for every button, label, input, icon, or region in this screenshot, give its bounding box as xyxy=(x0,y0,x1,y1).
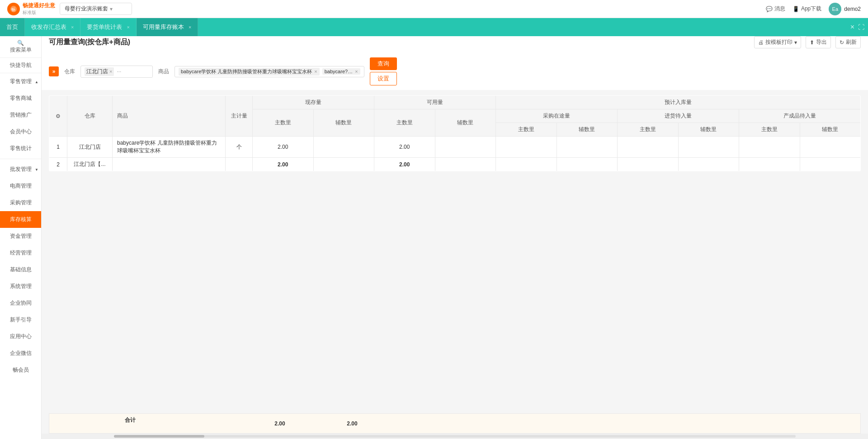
top-bar-left: 畅 畅捷通好生意 标准版 母婴行业演示账套 ▾ xyxy=(7,2,132,16)
sidebar-item-wholesale-mgmt[interactable]: 批发管理 xyxy=(0,161,41,178)
expand-icon[interactable]: ⛶ xyxy=(858,24,864,31)
user-area[interactable]: Ea demo2 xyxy=(829,3,861,15)
scrollbar-thumb[interactable] xyxy=(114,435,204,438)
sidebar-item-member[interactable]: 畅会员 xyxy=(0,362,41,378)
page-actions: 🖨 按模板打印 ▾ ⬆ 导出 ↻ 刷新 xyxy=(754,36,861,48)
sidebar-item-retail-stats[interactable]: 零售统计 xyxy=(0,140,41,157)
table-container: ⚙ 仓库 商品 主计量 现存量 可用量 预计入库量 主数里 辅数里 主数里 辅数… xyxy=(42,90,868,413)
print-template-button[interactable]: 🖨 按模板打印 ▾ xyxy=(754,36,801,48)
close-tab-keyongliang[interactable]: × xyxy=(189,24,191,30)
cell-pp-main-1 xyxy=(739,158,800,171)
horizontal-scrollbar[interactable] xyxy=(42,434,868,439)
cell-no-1: 2 xyxy=(49,158,67,171)
th-warehouse: 仓库 xyxy=(67,96,113,137)
sidebar-item-appstore[interactable]: 应用中心 xyxy=(0,328,41,345)
remove-goods-tag-0[interactable]: × xyxy=(314,69,317,74)
cell-avail-main-1: 2.00 xyxy=(374,158,435,171)
sidebar-item-inventory[interactable]: 库存核算 xyxy=(0,211,41,228)
export-icon: ⬆ xyxy=(810,39,814,46)
sidebar-item-operations[interactable]: 经营管理 xyxy=(0,245,41,261)
cell-unit-0: 个 xyxy=(226,137,253,158)
warehouse-filter-input[interactable]: 江北门店 × ··· xyxy=(80,66,153,78)
remove-goods-tag-1[interactable]: × xyxy=(355,69,358,74)
cell-avail-aux-1 xyxy=(435,158,496,171)
export-button[interactable]: ⬆ 导出 xyxy=(806,36,831,48)
th-goods: 商品 xyxy=(113,96,226,137)
cell-ap-main-1 xyxy=(618,158,679,171)
th-product-pending: 产成品待入量 xyxy=(739,109,861,123)
sidebar-quick-nav[interactable]: 快捷导航 xyxy=(0,58,41,73)
sidebar-item-basics[interactable]: 基础信息 xyxy=(0,261,41,278)
refresh-icon: ↻ xyxy=(840,39,844,46)
message-button[interactable]: 💬 消息 xyxy=(766,5,785,13)
goods-tag-0: babycare学饮杯 儿童防摔防撞吸管杯重力球吸嘴杯宝宝水杯 × xyxy=(179,68,320,76)
cell-warehouse-0: 江北门店 xyxy=(67,137,113,158)
sidebar-item-retail-mall[interactable]: 零售商城 xyxy=(0,90,41,107)
cell-warehouse-1: 江北门店【... xyxy=(67,158,113,171)
th-purchase-aux: 辅数里 xyxy=(557,123,618,137)
cell-pt-aux-0 xyxy=(557,137,618,158)
svg-text:畅: 畅 xyxy=(11,7,15,11)
sidebar-search[interactable]: 🔍 搜索菜单 xyxy=(0,36,41,58)
logo-icon: 畅 xyxy=(7,3,20,15)
cell-avail-main-0: 2.00 xyxy=(374,137,435,158)
warehouse-label: 仓库 xyxy=(64,68,75,76)
cell-pt-main-0 xyxy=(496,137,557,158)
close-all-tabs-button[interactable]: × xyxy=(850,23,854,31)
sidebar-item-marketing[interactable]: 营销推广 xyxy=(0,107,41,123)
query-button[interactable]: 查询 xyxy=(370,57,397,70)
cell-avail-aux-0 xyxy=(435,137,496,158)
page-title-row: 可用量查询(按仓库+商品) 🖨 按模板打印 ▾ ⬆ 导出 ↻ 刷新 xyxy=(49,36,861,48)
tab-home[interactable]: 首页 xyxy=(0,18,25,36)
tab-yaohuo[interactable]: 要货单统计表 × xyxy=(80,18,136,36)
sidebar-item-newbie[interactable]: 新手引导 xyxy=(0,312,41,328)
remove-warehouse-tag[interactable]: × xyxy=(109,69,112,74)
goods-tag-1: babycare?… × xyxy=(322,68,360,75)
cell-ap-aux-0 xyxy=(678,137,739,158)
goods-filter-input[interactable]: babycare学饮杯 儿童防摔防撞吸管杯重力球吸嘴杯宝宝水杯 × babyca… xyxy=(175,66,364,77)
th-current-aux: 辅数里 xyxy=(313,109,374,137)
search-icon: 🔍 xyxy=(17,40,24,46)
chevron-down-icon: ▾ xyxy=(110,6,113,12)
settings-gear-icon[interactable]: ⚙ xyxy=(56,113,61,119)
th-arrival-main: 主数里 xyxy=(618,123,679,137)
footer-summary-wrap: 合计 2.00 2.00 xyxy=(42,413,868,434)
table-row: 2 江北门店【... 2.00 2.00 xyxy=(49,158,861,171)
sidebar-item-finance[interactable]: 资金管理 xyxy=(0,228,41,245)
th-arrival-aux: 辅数里 xyxy=(678,123,739,137)
sidebar-item-ecommerce[interactable]: 电商管理 xyxy=(0,178,41,194)
nav-tabs: 首页 收发存汇总表 × 要货单统计表 × 可用量库存账本 × × ⛶ xyxy=(0,18,868,36)
sidebar-item-purchase[interactable]: 采购管理 xyxy=(0,194,41,211)
top-bar-right: 💬 消息 📱 App下载 Ea demo2 xyxy=(766,3,861,15)
cell-pp-aux-0 xyxy=(800,137,861,158)
logo-area: 畅 畅捷通好生意 标准版 xyxy=(7,2,55,16)
cell-pt-aux-1 xyxy=(557,158,618,171)
page-title: 可用量查询(按仓库+商品) xyxy=(49,38,130,47)
th-unit: 主计量 xyxy=(226,96,253,137)
sidebar-item-member-center[interactable]: 会员中心 xyxy=(0,123,41,140)
close-tab-yaohuo[interactable]: × xyxy=(127,24,129,30)
th-available: 可用量 xyxy=(374,96,496,109)
tab-shoufa[interactable]: 收发存汇总表 × xyxy=(25,18,80,36)
app-download-button[interactable]: 📱 App下载 xyxy=(793,5,821,13)
warehouse-more-icon[interactable]: ··· xyxy=(117,68,121,75)
sidebar-item-wechat[interactable]: 企业微信 xyxy=(0,345,41,362)
cell-ap-main-0 xyxy=(618,137,679,158)
th-purchase-main: 主数里 xyxy=(496,123,557,137)
refresh-button[interactable]: ↻ 刷新 xyxy=(835,36,861,48)
sidebar-item-retail-mgmt[interactable]: 零售管理 xyxy=(0,73,41,90)
sidebar-divider-1 xyxy=(0,159,41,159)
query-settings-buttons: 查询 设置 xyxy=(370,57,397,85)
sidebar-item-enterprise[interactable]: 企业协同 xyxy=(0,295,41,312)
table-row: 1 江北门店 babycare学饮杯 儿童防摔防撞吸管杯重力球吸嘴杯宝宝水杯 个… xyxy=(49,137,861,158)
sidebar-item-system[interactable]: 系统管理 xyxy=(0,278,41,295)
data-table: ⚙ 仓库 商品 主计量 现存量 可用量 预计入库量 主数里 辅数里 主数里 辅数… xyxy=(49,95,861,171)
th-arrival-pending: 进货待入量 xyxy=(618,109,739,123)
filter-expand-button[interactable]: » xyxy=(49,66,59,76)
tab-keyongliang[interactable]: 可用量库存账本 × xyxy=(137,18,198,36)
main-container: 🔍 搜索菜单 快捷导航 零售管理 零售商城 营销推广 会员中心 零售统计 批发管… xyxy=(0,36,868,439)
industry-selector[interactable]: 母婴行业演示账套 ▾ xyxy=(60,3,132,15)
settings-button[interactable]: 设置 xyxy=(370,72,397,85)
cell-ap-aux-1 xyxy=(678,158,739,171)
close-tab-shoufa[interactable]: × xyxy=(71,24,74,30)
